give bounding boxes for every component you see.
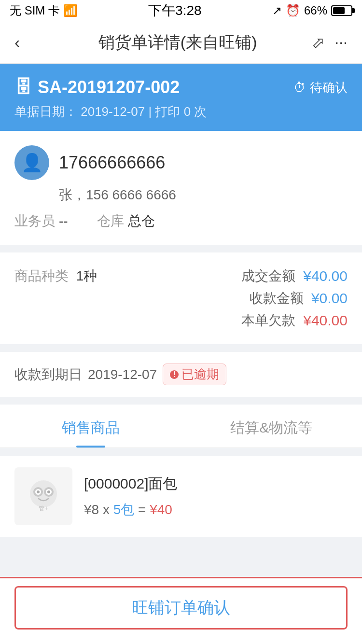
warehouse-value: 总仓 bbox=[128, 212, 155, 230]
customer-phone: 17666666666 bbox=[59, 153, 165, 173]
status-right: ↗ ⏰ 66% bbox=[272, 4, 352, 17]
order-id: 🗄 SA-20191207-002 bbox=[14, 77, 180, 98]
tabs-row: 销售商品 结算&物流等 bbox=[0, 405, 362, 448]
avatar-icon: 👤 bbox=[21, 153, 43, 173]
tab-sales-label: 销售商品 bbox=[62, 420, 120, 435]
price-unit: ¥8 bbox=[84, 502, 99, 517]
battery-icon bbox=[331, 5, 352, 16]
amount-label: 成交金额 bbox=[241, 267, 295, 285]
warehouse-label: 仓库 bbox=[97, 212, 124, 230]
order-date: 单据日期： 2019-12-07 | 打印 0 次 bbox=[14, 103, 348, 120]
due-date-value: 2019-12-07 bbox=[88, 367, 157, 382]
sales-value: -- bbox=[59, 213, 68, 229]
owed-label: 本单欠款 bbox=[241, 311, 295, 330]
alarm-icon: ⏰ bbox=[286, 4, 300, 17]
date-label: 单据日期： bbox=[14, 104, 77, 119]
product-image-icon: 管+ bbox=[24, 479, 63, 513]
more-button[interactable]: ··· bbox=[334, 33, 348, 51]
product-thumbnail: 管+ bbox=[14, 467, 72, 525]
status-text: 待确认 bbox=[310, 79, 348, 96]
price-equals: = bbox=[138, 502, 150, 517]
owed-value: ¥40.00 bbox=[303, 312, 348, 329]
product-section: 管+ [0000002]面包 ¥8 x 5包 = ¥40 bbox=[0, 456, 362, 537]
nav-bar: ‹ 销货单详情(来自旺铺) ⬀ ··· bbox=[0, 21, 362, 64]
print-suffix: 次 bbox=[194, 104, 207, 119]
bottom-button-wrap: 旺铺订单确认 bbox=[0, 577, 362, 644]
amount-value: ¥40.00 bbox=[303, 268, 348, 284]
print-label: | 打印 bbox=[148, 104, 180, 119]
order-status: ⏱ 待确认 bbox=[293, 79, 348, 96]
order-doc-icon: 🗄 bbox=[14, 77, 32, 98]
svg-point-5 bbox=[37, 490, 40, 493]
status-left: 无 SIM 卡 📶 bbox=[10, 3, 78, 18]
price-multiply: x bbox=[103, 502, 113, 517]
status-clock-icon: ⏱ bbox=[293, 80, 306, 95]
customer-row: 👤 17666666666 bbox=[14, 145, 348, 180]
due-date-label: 收款到期日 bbox=[14, 365, 82, 384]
sales-meta: 业务员 -- bbox=[14, 212, 68, 230]
warehouse-meta: 仓库 总仓 bbox=[97, 212, 155, 230]
received-value: ¥0.00 bbox=[311, 290, 348, 307]
avatar: 👤 bbox=[14, 145, 49, 180]
print-count: 0 bbox=[184, 104, 191, 119]
nav-actions: ⬀ ··· bbox=[312, 33, 348, 52]
tab-sales-product[interactable]: 销售商品 bbox=[0, 405, 181, 448]
overdue-badge: ! 已逾期 bbox=[163, 364, 226, 385]
order-header: 🗄 SA-20191207-002 ⏱ 待确认 单据日期： 2019-12-07… bbox=[0, 64, 362, 131]
owed-row: 本单欠款 ¥40.00 bbox=[241, 311, 348, 330]
due-date-section: 收款到期日 2019-12-07 ! 已逾期 bbox=[0, 352, 362, 397]
product-type-value: 1种 bbox=[76, 268, 97, 283]
overdue-text: 已逾期 bbox=[181, 366, 219, 383]
date-value: 2019-12-07 bbox=[81, 104, 145, 119]
page-title: 销货单详情(来自旺铺) bbox=[98, 31, 257, 54]
customer-meta: 业务员 -- 仓库 总仓 bbox=[14, 212, 348, 230]
amount-row: 成交金额 ¥40.00 bbox=[241, 267, 348, 285]
product-info: [0000002]面包 ¥8 x 5包 = ¥40 bbox=[84, 474, 348, 519]
back-button[interactable]: ‹ bbox=[14, 33, 43, 52]
summary-right: 成交金额 ¥40.00 收款金额 ¥0.00 本单欠款 ¥40.00 bbox=[241, 267, 348, 330]
order-id-text: SA-20191207-002 bbox=[38, 77, 180, 98]
status-time: 下午3:28 bbox=[148, 1, 202, 20]
svg-text:管+: 管+ bbox=[39, 505, 48, 512]
signal-info: 无 SIM 卡 📶 bbox=[10, 3, 78, 18]
share-button[interactable]: ⬀ bbox=[312, 33, 325, 52]
received-row: 收款金额 ¥0.00 bbox=[250, 289, 348, 308]
overdue-dot-icon: ! bbox=[170, 370, 179, 379]
battery-fill bbox=[333, 7, 345, 14]
confirm-wangpu-button[interactable]: 旺铺订单确认 bbox=[14, 586, 348, 630]
summary-left: 商品种类 1种 bbox=[14, 267, 97, 285]
product-type-label: 商品种类 bbox=[14, 268, 69, 283]
status-bar: 无 SIM 卡 📶 下午3:28 ↗ ⏰ 66% bbox=[0, 0, 362, 21]
battery-text: 66% bbox=[304, 4, 327, 17]
svg-point-6 bbox=[47, 490, 50, 493]
price-total: ¥40 bbox=[150, 502, 172, 517]
order-id-row: 🗄 SA-20191207-002 ⏱ 待确认 bbox=[14, 77, 348, 98]
tabs-section: 销售商品 结算&物流等 bbox=[0, 405, 362, 448]
summary-section: 商品种类 1种 成交金额 ¥40.00 收款金额 ¥0.00 本单欠款 ¥40.… bbox=[0, 252, 362, 344]
product-name: [0000002]面包 bbox=[84, 474, 348, 494]
received-label: 收款金额 bbox=[250, 289, 304, 308]
product-price: ¥8 x 5包 = ¥40 bbox=[84, 501, 348, 519]
customer-name: 张，156 6666 6666 bbox=[14, 186, 348, 204]
sales-label: 业务员 bbox=[14, 212, 55, 230]
location-icon: ↗ bbox=[272, 4, 282, 17]
price-quantity: 5包 bbox=[113, 502, 135, 517]
tab-settlement-label: 结算&物流等 bbox=[230, 420, 312, 435]
tab-settlement[interactable]: 结算&物流等 bbox=[181, 405, 362, 448]
customer-section: 👤 17666666666 张，156 6666 6666 业务员 -- 仓库 … bbox=[0, 131, 362, 245]
